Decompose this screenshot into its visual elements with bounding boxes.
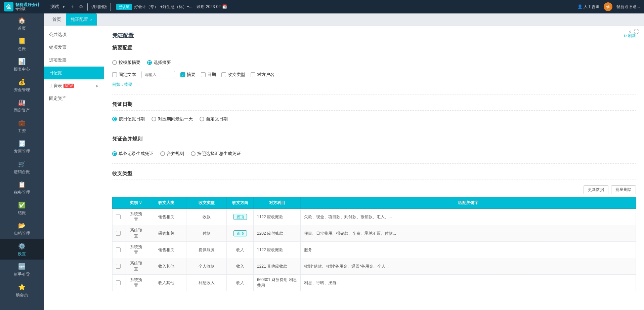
left-nav-journal[interactable]: 日记账	[44, 67, 104, 79]
radio-template[interactable]: 按模版摘要	[112, 60, 140, 66]
row-checkbox-1[interactable]	[116, 231, 121, 236]
service-btn[interactable]: 👤 人工咨询	[577, 4, 600, 10]
row-sub-type-2: 提供服务	[186, 242, 227, 258]
left-nav-public[interactable]: 公共选项	[44, 28, 104, 41]
switch-old-btn[interactable]: 切到旧版	[87, 3, 111, 11]
period-calendar-icon[interactable]: 📅	[222, 4, 227, 9]
funds-icon: 💰	[18, 78, 26, 86]
col-big-type-label: 收支大类	[158, 200, 174, 205]
radio-select-total-circle	[191, 151, 196, 156]
row-checkbox-4[interactable]	[116, 280, 121, 285]
tab-voucher-label: 凭证配置	[71, 16, 88, 23]
settle-icon: ✅	[18, 201, 26, 209]
date-section-title: 凭证日期	[112, 101, 636, 111]
sidebar-item-invoice[interactable]: 🧾 发票管理	[0, 137, 44, 157]
left-nav-sales[interactable]: 销项发票	[44, 41, 104, 54]
select-all-checkbox[interactable]	[116, 201, 121, 205]
left-nav-purchase-label: 进项发票	[49, 57, 67, 63]
sidebar-item-tax[interactable]: 📋 税务管理	[0, 178, 44, 198]
sidebar-item-guide[interactable]: 🆕 新手引导	[0, 260, 44, 280]
tab-home[interactable]: 首页	[48, 13, 66, 26]
col-sub-type-label: 收支类型	[199, 200, 215, 205]
archive-icon: 📂	[18, 222, 26, 229]
table-row: 系统预置 销售相关 收款 置顶 1122 应收账款 欠款、现金、项目款、到付款、…	[113, 209, 636, 225]
summary-checkbox-row: 固定文本 ✓ 摘要 日期 收支类型 对方户名	[112, 71, 636, 78]
left-nav-payroll[interactable]: 工资表NEW ▶	[44, 79, 104, 92]
left-nav-fixed-assets[interactable]: 固定资产	[44, 92, 104, 105]
sidebar-item-home[interactable]: 🏠 首页	[0, 13, 44, 34]
checkbox-type[interactable]: 收支类型	[221, 72, 245, 78]
nav-add-icon[interactable]: ＋	[70, 3, 75, 10]
left-nav-purchase-inv[interactable]: 进项发票	[44, 54, 104, 67]
sidebar-item-reports[interactable]: 📊 报表中心	[0, 54, 44, 75]
sidebar-item-assets[interactable]: 🏭 固定资产	[0, 95, 44, 116]
radio-merge-rule[interactable]: 合并规则	[160, 151, 184, 157]
checkbox-summary[interactable]: ✓ 摘要	[180, 72, 196, 78]
checkbox-fixed-text[interactable]: 固定文本	[112, 72, 136, 78]
radio-single[interactable]: 单条记录生成凭证	[112, 151, 154, 157]
update-data-btn[interactable]: 更新数据	[584, 185, 608, 194]
sidebar-item-funds[interactable]: 💰 资金管理	[0, 75, 44, 95]
sidebar-label-member: 畅会员	[16, 292, 28, 298]
logo-icon: 会	[4, 2, 13, 11]
sidebar-label-guide: 新手引导	[14, 272, 30, 277]
sidebar-item-salary[interactable]: 💼 工资	[0, 116, 44, 137]
radio-period-last[interactable]: 对应期间最后一天	[152, 116, 193, 122]
sidebar-item-purchase[interactable]: 🛒 进销台账	[0, 157, 44, 178]
row-big-type-0: 销售相关	[146, 209, 186, 225]
nav-dropdown-arrow[interactable]: ▼	[62, 5, 66, 9]
period-label: 账期	[197, 4, 205, 10]
tab-bar: 首页 凭证配置 ×	[44, 13, 644, 26]
page-title-bar: 凭证配置 ↻ 刷新	[112, 32, 636, 39]
nav-gear-icon[interactable]: ⚙	[79, 4, 83, 9]
row-checkbox-2[interactable]	[116, 247, 121, 252]
direction-tag-0[interactable]: 置顶	[233, 214, 247, 220]
right-content: × ⛶ 凭证配置 ↻ 刷新 摘要配置 按模版摘要 选	[104, 26, 644, 310]
window-close-btn[interactable]: ×	[629, 29, 631, 34]
radio-custom-date[interactable]: 自定义日期	[200, 116, 228, 122]
fixed-text-label: 固定文本	[119, 72, 136, 78]
tax-icon: 📋	[18, 181, 26, 188]
sidebar-item-ledger[interactable]: 📒 总账	[0, 34, 44, 54]
sidebar-item-settings[interactable]: ⚙️ 设置	[0, 239, 44, 260]
radio-select[interactable]: 选择摘要	[147, 60, 171, 66]
sidebar-item-settle[interactable]: ✅ 结账	[0, 198, 44, 219]
col-header-category: 类别 ∨	[126, 197, 146, 209]
row-checkbox-0[interactable]	[116, 215, 121, 219]
fixed-text-input[interactable]	[141, 71, 175, 78]
batch-delete-btn[interactable]: 批量删除	[611, 185, 636, 194]
nav-test[interactable]: 测试	[50, 4, 59, 10]
window-expand-btn[interactable]: ⛶	[634, 29, 639, 34]
direction-tag-1[interactable]: 置顶	[233, 230, 247, 236]
checkbox-counterparty[interactable]: 对方户名	[251, 72, 274, 78]
sidebar-label-settings: 设置	[18, 251, 26, 257]
radio-select-total[interactable]: 按照选择汇总生成凭证	[191, 151, 241, 157]
radio-journal-date[interactable]: 按日记账日期	[112, 116, 145, 122]
divider-2	[112, 129, 636, 129]
radio-journal-date-label: 按日记账日期	[119, 116, 145, 122]
table-row: 系统预置 收入其他 个人收款 收入 1221 其他应收款 收到*借款、收到*备用…	[113, 258, 636, 275]
ledger-icon: 📒	[18, 37, 26, 45]
merge-section-title: 凭证合并规则	[112, 136, 636, 145]
tab-close-icon[interactable]: ×	[90, 17, 92, 22]
row-sub-type-3: 个人收款	[186, 258, 227, 275]
payroll-arrow-icon: ▶	[96, 84, 98, 88]
sidebar-label-settle: 结账	[18, 210, 26, 216]
sidebar-item-member[interactable]: ⭐ 畅会员	[0, 280, 44, 301]
username[interactable]: 畅捷通旧迅...	[616, 4, 640, 10]
row-checkbox-3[interactable]	[116, 264, 121, 269]
reports-icon: 📊	[18, 58, 26, 65]
col-header-keyword: 匹配关键字	[301, 197, 636, 209]
sidebar-label-reports: 报表中心	[14, 67, 30, 72]
invoice-icon: 🧾	[18, 140, 26, 147]
radio-merge-rule-circle	[160, 151, 165, 156]
sidebar-item-archive[interactable]: 📂 归档管理	[0, 219, 44, 239]
payroll-new-badge: NEW	[63, 84, 74, 88]
col-header-account: 对方科目	[254, 197, 301, 209]
row-category-4: 系统预置	[126, 275, 146, 291]
checkbox-date[interactable]: 日期	[201, 72, 216, 78]
tab-voucher-config[interactable]: 凭证配置 ×	[66, 13, 97, 26]
left-nav-journal-label: 日记账	[49, 70, 62, 76]
sidebar-label-funds: 资金管理	[14, 87, 30, 93]
row-big-type-3: 收入其他	[146, 258, 186, 275]
